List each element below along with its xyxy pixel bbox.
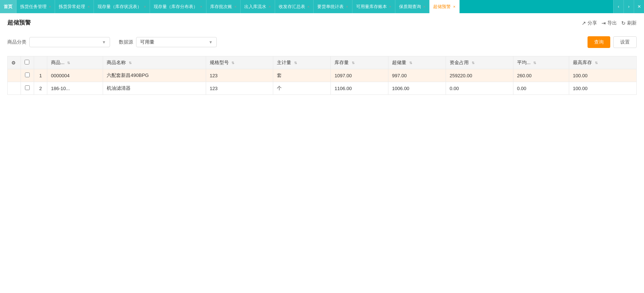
row-gear-cell: [8, 69, 21, 82]
col-header-stock[interactable]: 库存量 ⇅: [331, 56, 388, 69]
col-avg-label: 平均...: [517, 60, 531, 65]
tab-tab-8[interactable]: 要货单统计表×: [314, 0, 352, 13]
row-unit-cell: 个: [273, 82, 331, 95]
tab-tab-4[interactable]: 现存量（库存分布表）×: [150, 0, 206, 13]
sort-name-icon: ⇅: [129, 61, 132, 65]
row-stock-cell: 1097.00: [331, 69, 388, 82]
table-row: 1 0000004 六配套新昌490BPG 123 套 1097.00 997.…: [8, 69, 637, 82]
query-button[interactable]: 查询: [588, 36, 610, 48]
export-button[interactable]: ⇥ 导出: [601, 20, 617, 26]
category-filter-group: 商品分类 ▼: [7, 37, 110, 47]
nav-next-arrow[interactable]: ›: [623, 0, 634, 13]
col-header-spec[interactable]: 规格型号 ⇅: [206, 56, 273, 69]
gear-icon: ⚙: [11, 60, 16, 66]
tab-tab-7[interactable]: 收发存汇总表×: [275, 0, 314, 13]
datasource-chevron-icon: ▼: [209, 40, 213, 44]
sort-spec-icon: ⇅: [231, 61, 234, 65]
refresh-icon: ↻: [621, 20, 626, 26]
tab-tab-3[interactable]: 现存量（库存状况表）×: [94, 0, 150, 13]
row-name-cell: 六配套新昌490BPG: [103, 69, 206, 82]
category-select[interactable]: ▼: [29, 37, 110, 47]
sort-maxstock-icon: ⇅: [595, 61, 598, 65]
share-icon: ↗: [582, 20, 586, 26]
col-header-name[interactable]: 商品名称 ⇅: [103, 56, 206, 69]
col-header-check[interactable]: [21, 56, 34, 69]
close-tab-icon[interactable]: ×: [389, 5, 391, 9]
table-header-row: ⚙ 商品... ⇅ 商品名称 ⇅ 规格型号 ⇅: [8, 56, 637, 69]
row-checkbox-1[interactable]: [25, 85, 30, 90]
filter-actions: 查询 设置: [588, 36, 637, 48]
row-gear-cell: [8, 82, 21, 95]
col-header-gear[interactable]: ⚙: [8, 56, 21, 69]
close-tab-icon[interactable]: ×: [87, 5, 89, 9]
header-actions: ↗ 分享 ⇥ 导出 ↻ 刷新: [582, 20, 637, 26]
row-capital-cell: 259220.00: [446, 69, 513, 82]
close-tab-icon[interactable]: ×: [423, 5, 425, 9]
refresh-button[interactable]: ↻ 刷新: [621, 20, 637, 26]
home-tab[interactable]: 首页: [0, 0, 17, 13]
share-button[interactable]: ↗ 分享: [582, 20, 597, 26]
close-tab-icon[interactable]: ×: [144, 5, 146, 9]
sort-over-icon: ⇅: [409, 61, 412, 65]
col-code-label: 商品...: [51, 60, 65, 65]
sort-avg-icon: ⇅: [533, 61, 536, 65]
export-icon: ⇥: [601, 20, 606, 26]
tab-tab-11[interactable]: 超储预警×: [429, 0, 459, 13]
close-tab-icon[interactable]: ×: [200, 5, 202, 9]
page-header: 超储预警 ↗ 分享 ⇥ 导出 ↻ 刷新: [7, 19, 637, 27]
row-code-cell: 186-10...: [47, 82, 103, 95]
category-chevron-icon: ▼: [102, 40, 106, 44]
tab-tab-9[interactable]: 可用量库存账本×: [352, 0, 395, 13]
page-content: 超储预警 ↗ 分享 ⇥ 导出 ↻ 刷新 商品分类 ▼ 数据源: [0, 13, 644, 293]
row-name-cell: 机油滤清器: [103, 82, 206, 95]
row-avg-cell: 260.00: [513, 69, 569, 82]
close-tab-icon[interactable]: ×: [307, 5, 310, 9]
close-tab-icon[interactable]: ×: [234, 5, 237, 9]
col-header-maxstock[interactable]: 最高库存 ⇅: [569, 56, 637, 69]
row-avg-cell: 0.00: [513, 82, 569, 95]
col-header-unit[interactable]: 主计量 ⇅: [273, 56, 331, 69]
datasource-select[interactable]: 可用量 ▼: [136, 37, 217, 47]
datasource-filter-group: 数据源 可用量 ▼: [119, 37, 217, 47]
close-tab-icon[interactable]: ×: [268, 5, 271, 9]
row-checkbox-0[interactable]: [25, 73, 30, 77]
table-row: 2 186-10... 机油滤清器 123 个 1106.00 1006.00 …: [8, 82, 637, 95]
tab-tab-5[interactable]: 库存批次账×: [206, 0, 241, 13]
tab-tab-1[interactable]: 拣货任务管理×: [17, 0, 55, 13]
nav-more-arrow[interactable]: ✕: [634, 0, 644, 13]
col-header-over[interactable]: 超储量 ⇅: [388, 56, 446, 69]
tab-tab-2[interactable]: 拣货异常处理×: [55, 0, 94, 13]
row-over-cell: 997.00: [388, 69, 446, 82]
col-maxstock-label: 最高库存: [573, 60, 592, 65]
col-header-capital[interactable]: 资金占用 ⇅: [446, 56, 513, 69]
filter-row: 商品分类 ▼ 数据源 可用量 ▼ 查询 设置: [7, 33, 637, 52]
nav-prev-arrow[interactable]: ‹: [613, 0, 623, 13]
category-select-value: [33, 39, 38, 45]
datasource-label: 数据源: [119, 39, 133, 45]
datasource-select-value: 可用量: [140, 39, 154, 45]
tab-tab-6[interactable]: 出入库流水×: [241, 0, 275, 13]
row-num-cell: 2: [34, 82, 47, 95]
sort-stock-icon: ⇅: [352, 61, 355, 65]
col-header-avg[interactable]: 平均... ⇅: [513, 56, 569, 69]
col-unit-label: 主计量: [277, 60, 291, 65]
row-maxstock-cell: 100.00: [569, 82, 637, 95]
col-header-code[interactable]: 商品... ⇅: [47, 56, 103, 69]
nav-arrows: ‹ › ✕: [613, 0, 644, 13]
sort-unit-icon: ⇅: [294, 61, 297, 65]
close-tab-icon[interactable]: ×: [49, 5, 51, 9]
select-all-checkbox[interactable]: [25, 60, 29, 64]
category-label: 商品分类: [7, 39, 26, 45]
row-check-cell[interactable]: [21, 69, 34, 82]
settings-button[interactable]: 设置: [613, 36, 637, 48]
row-check-cell[interactable]: [21, 82, 34, 95]
row-spec-cell: 123: [206, 82, 273, 95]
row-capital-cell: 0.00: [446, 82, 513, 95]
col-capital-label: 资金占用: [450, 60, 469, 65]
row-over-cell: 1006.00: [388, 82, 446, 95]
sort-code-icon: ⇅: [67, 61, 70, 65]
tab-tab-10[interactable]: 保质期查询×: [395, 0, 429, 13]
close-tab-icon[interactable]: ×: [453, 5, 455, 9]
page-title: 超储预警: [7, 19, 31, 27]
close-tab-icon[interactable]: ×: [346, 5, 348, 9]
